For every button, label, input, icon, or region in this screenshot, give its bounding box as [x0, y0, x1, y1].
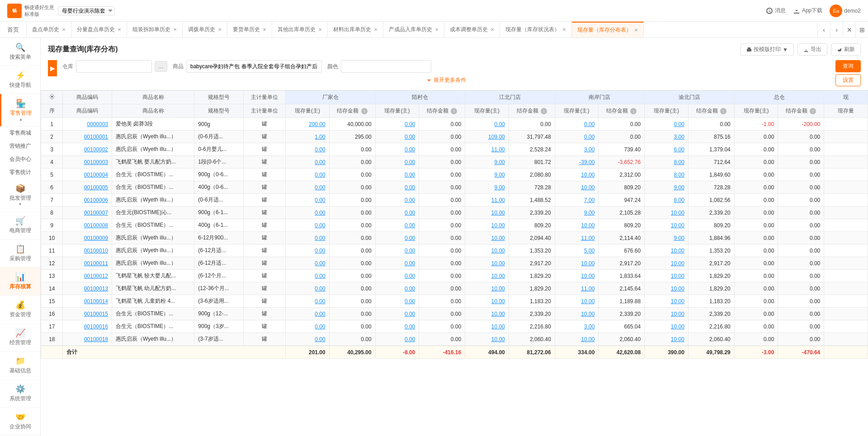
- table-cell[interactable]: 5.00: [555, 244, 599, 257]
- sidebar-item-wholesale[interactable]: 📦 批发管理 ▼: [0, 179, 40, 211]
- sidebar-item-purchase[interactable]: 📋 采购管理: [0, 239, 40, 267]
- yb-amt-info[interactable]: i: [720, 108, 726, 114]
- filter-toggle-btn[interactable]: ▶: [48, 60, 57, 76]
- tab-close[interactable]: ✕: [318, 27, 322, 32]
- tab-材料出库单历史[interactable]: 材料出库单历史 ✕: [328, 22, 383, 38]
- table-cell[interactable]: 10.00: [555, 308, 599, 320]
- tab-close[interactable]: ✕: [634, 28, 638, 33]
- industry-select[interactable]: 母婴行业演示陈套: [58, 6, 115, 15]
- table-cell[interactable]: 00100003: [63, 156, 112, 169]
- message-btn[interactable]: 消息: [766, 7, 786, 14]
- table-cell[interactable]: 0.00: [375, 295, 419, 308]
- color-input[interactable]: [341, 60, 431, 73]
- table-cell[interactable]: 00100013: [63, 282, 112, 295]
- query-btn[interactable]: 查询: [835, 60, 861, 72]
- table-cell[interactable]: 0.00: [286, 308, 330, 320]
- table-cell[interactable]: 9.00: [465, 156, 509, 169]
- table-cell[interactable]: 0.00: [286, 219, 330, 232]
- warehouse-input[interactable]: [76, 60, 152, 73]
- table-cell[interactable]: 00100004: [63, 169, 112, 181]
- table-cell[interactable]: 0.00: [375, 257, 419, 270]
- tab-close[interactable]: ✕: [374, 27, 377, 32]
- table-cell[interactable]: 00100015: [63, 308, 112, 320]
- table-cell[interactable]: 0.00: [286, 257, 330, 270]
- table-cell[interactable]: 10.00: [465, 333, 509, 346]
- table-cell[interactable]: 0.00: [375, 308, 419, 320]
- tab-组装拆卸单历史[interactable]: 组装拆卸单历史 ✕: [127, 22, 183, 38]
- jb-amt-info[interactable]: i: [541, 108, 547, 114]
- tab-close[interactable]: ✕: [435, 27, 439, 32]
- table-cell[interactable]: 10.00: [555, 270, 599, 282]
- table-cell[interactable]: 10.00: [555, 181, 599, 194]
- tab-close[interactable]: ✕: [173, 27, 177, 32]
- app-download-btn[interactable]: App下载: [793, 7, 822, 14]
- table-cell[interactable]: 0.00: [375, 219, 419, 232]
- sidebar-item-ecommerce[interactable]: 🛒 电商管理: [0, 211, 40, 239]
- tab-expand-btn[interactable]: ⊞: [855, 22, 868, 38]
- table-cell[interactable]: 0.00: [286, 194, 330, 206]
- table-cell[interactable]: 0.00: [286, 156, 330, 169]
- table-cell[interactable]: 00100016: [63, 320, 112, 333]
- table-cell[interactable]: 00100010: [63, 244, 112, 257]
- table-cell[interactable]: 8.00: [645, 169, 689, 181]
- table-cell[interactable]: 9.00: [645, 181, 689, 194]
- tab-分量盘点单历史[interactable]: 分量盘点单历史 ✕: [71, 22, 127, 38]
- table-cell[interactable]: 0.00: [465, 118, 509, 131]
- sidebar-item-search[interactable]: 🔍 搜索英单: [0, 38, 40, 66]
- tab-close[interactable]: ✕: [218, 27, 222, 32]
- table-cell[interactable]: 0.00: [375, 270, 419, 282]
- tab-close[interactable]: ✕: [263, 27, 266, 32]
- table-cell[interactable]: 10.00: [645, 308, 689, 320]
- table-cell[interactable]: 10.00: [645, 244, 689, 257]
- table-cell[interactable]: 0.00: [555, 131, 599, 143]
- tab-prev-btn[interactable]: ‹: [817, 22, 830, 38]
- table-cell[interactable]: 10.00: [465, 282, 509, 295]
- table-cell[interactable]: 3.00: [555, 143, 599, 156]
- sidebar-item-finance[interactable]: 💰 资金管理: [0, 295, 40, 323]
- table-cell[interactable]: 11.00: [555, 282, 599, 295]
- tab-next-btn[interactable]: ›: [830, 22, 843, 38]
- table-cell[interactable]: 11.00: [555, 232, 599, 244]
- table-cell[interactable]: 00100007: [63, 206, 112, 219]
- table-cell[interactable]: 10.00: [465, 320, 509, 333]
- table-cell[interactable]: 00100008: [63, 219, 112, 232]
- table-cell[interactable]: 0.00: [286, 282, 330, 295]
- sidebar-item-retailstat[interactable]: 零售统计: [0, 166, 40, 179]
- table-cell[interactable]: 0.00: [375, 131, 419, 143]
- table-cell[interactable]: 0.00: [645, 118, 689, 131]
- table-cell[interactable]: 11.00: [465, 194, 509, 206]
- table-cell[interactable]: 0.00: [286, 333, 330, 346]
- table-cell[interactable]: 10.00: [645, 206, 689, 219]
- table-cell[interactable]: 00100011: [63, 257, 112, 270]
- table-cell[interactable]: 00100009: [63, 232, 112, 244]
- table-cell[interactable]: 0.00: [375, 156, 419, 169]
- sidebar-item-basic[interactable]: 📁 基础信息: [0, 352, 40, 380]
- table-cell[interactable]: 109.00: [465, 131, 509, 143]
- table-cell[interactable]: 00100014: [63, 295, 112, 308]
- table-cell[interactable]: 10.00: [645, 282, 689, 295]
- table-cell[interactable]: 0.00: [286, 143, 330, 156]
- table-cell[interactable]: 0.00: [286, 270, 330, 282]
- sidebar-item-retailshop[interactable]: 零售商城: [0, 127, 40, 140]
- tab-成本调整单历史[interactable]: 成本调整单历史 ✕: [444, 22, 500, 38]
- export-btn[interactable]: 导出: [797, 43, 827, 56]
- table-cell[interactable]: 0.00: [375, 118, 419, 131]
- tab-盘点单历史[interactable]: 盘点单历史 ✕: [27, 22, 71, 38]
- table-cell[interactable]: 0.00: [375, 232, 419, 244]
- sidebar-item-member[interactable]: 会员中心: [0, 153, 40, 166]
- sidebar-item-marketing[interactable]: 营销推广: [0, 140, 40, 153]
- tab-close[interactable]: ✕: [491, 27, 494, 32]
- tab-调拨单历史[interactable]: 调拨单历史 ✕: [183, 22, 227, 38]
- table-cell[interactable]: 10.00: [465, 295, 509, 308]
- table-cell[interactable]: 10.00: [465, 206, 509, 219]
- table-cell[interactable]: 10.00: [465, 244, 509, 257]
- tab-close[interactable]: ✕: [118, 27, 121, 32]
- table-cell[interactable]: 8.00: [645, 194, 689, 206]
- sidebar-item-quicknav[interactable]: ⚡ 快捷导航: [0, 66, 40, 94]
- table-cell[interactable]: 00100005: [63, 181, 112, 194]
- table-cell[interactable]: 9.00: [645, 232, 689, 244]
- table-cell[interactable]: 10.00: [555, 219, 599, 232]
- tab-其他出库单历史[interactable]: 其他出库单历史 ✕: [272, 22, 328, 38]
- table-cell[interactable]: 0.00: [375, 169, 419, 181]
- table-cell[interactable]: 10.00: [465, 308, 509, 320]
